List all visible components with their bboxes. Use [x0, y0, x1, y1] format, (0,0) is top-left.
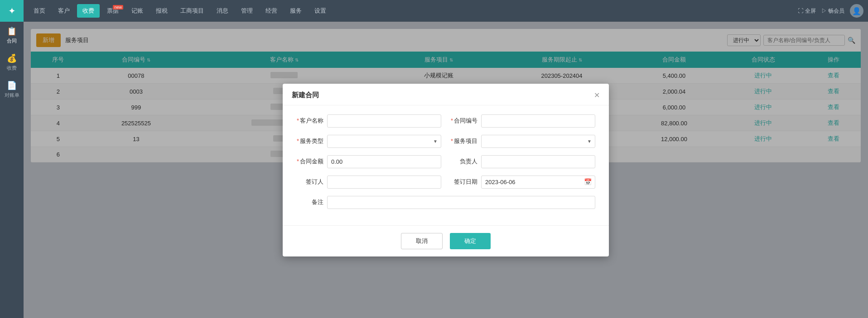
service-type-select[interactable] — [327, 135, 441, 148]
modal-close-button[interactable]: ✕ — [594, 91, 600, 100]
form-row-4: 签订人 签订日期 📅 — [296, 176, 595, 189]
remark-input[interactable] — [327, 196, 595, 209]
sidebar-item-label: 收费 — [7, 65, 17, 71]
required-star: * — [451, 117, 453, 124]
user-avatar[interactable]: 👤 — [850, 4, 863, 18]
client-name-input[interactable] — [327, 114, 441, 128]
sign-date-label: 签订日期 — [450, 178, 477, 186]
modal-footer: 取消 确定 — [283, 225, 609, 256]
contract-no-input[interactable] — [481, 114, 595, 128]
form-group-responsible: 负责人 — [450, 155, 595, 168]
reconciliation-icon: 📄 — [7, 81, 17, 90]
responsible-label: 负责人 — [450, 157, 477, 166]
remark-label: 备注 — [296, 198, 323, 206]
amount-label: *合同金额 — [296, 157, 323, 166]
content-area: 新增 服务项目 进行中 全部 已完成 已终止 🔍 序号 — [24, 22, 868, 318]
collection-icon: 💰 — [7, 53, 17, 63]
service-item-wrapper: ▼ — [481, 135, 595, 148]
confirm-button[interactable]: 确定 — [450, 233, 491, 249]
nav-ticket[interactable]: 票据 new — [101, 4, 124, 18]
nav-manage[interactable]: 管理 — [236, 4, 258, 18]
form-group-remark: 备注 — [296, 196, 595, 209]
signer-label: 签订人 — [296, 178, 323, 186]
sidebar-item-contract[interactable]: 📋 合同 — [0, 22, 24, 49]
nav-settings[interactable]: 设置 — [309, 4, 332, 18]
nav-service[interactable]: 服务 — [285, 4, 307, 18]
modal-header: 新建合同 ✕ — [283, 84, 609, 105]
contract-no-label: *合同编号 — [450, 117, 477, 125]
sidebar-item-collection[interactable]: 💰 收费 — [0, 49, 24, 76]
new-contract-modal: 新建合同 ✕ *客户名称 *合同编号 — [283, 84, 609, 256]
form-group-service-type: *服务类型 ▼ — [296, 135, 441, 148]
sidebar-item-label: 合同 — [7, 38, 17, 44]
form-row-1: *客户名称 *合同编号 — [296, 114, 595, 128]
vip-button[interactable]: ▷ 畅会员 — [821, 7, 844, 15]
form-group-client-name: *客户名称 — [296, 114, 441, 128]
form-group-contract-no: *合同编号 — [450, 114, 595, 128]
service-item-label: *服务项目 — [450, 137, 477, 145]
required-star: * — [297, 117, 299, 124]
nav-operate[interactable]: 经营 — [260, 4, 283, 18]
sidebar-item-reconciliation[interactable]: 📄 对账单 — [0, 76, 24, 103]
service-item-select[interactable] — [481, 135, 595, 148]
topnav-right-area: ⛶ 全屏 ▷ 畅会员 👤 — [798, 4, 863, 18]
modal-overlay: 新建合同 ✕ *客户名称 *合同编号 — [24, 22, 868, 318]
sidebar-item-label: 对账单 — [5, 92, 19, 99]
sign-date-wrapper: 📅 — [481, 176, 595, 189]
app-logo[interactable]: ✦ — [0, 0, 24, 22]
required-star: * — [451, 138, 453, 144]
nav-client[interactable]: 客户 — [53, 4, 75, 18]
new-badge: new — [113, 5, 123, 9]
form-group-signer: 签订人 — [296, 176, 441, 189]
form-group-sign-date: 签订日期 📅 — [450, 176, 595, 189]
modal-body: *客户名称 *合同编号 — [283, 105, 609, 225]
service-type-label: *服务类型 — [296, 137, 323, 145]
required-star: * — [297, 138, 299, 144]
signer-input[interactable] — [327, 176, 441, 189]
client-name-label: *客户名称 — [296, 117, 323, 125]
form-row-2: *服务类型 ▼ *服务项目 — [296, 135, 595, 148]
form-group-amount: *合同金额 — [296, 155, 441, 168]
form-row-5: 备注 — [296, 196, 595, 209]
responsible-person-input[interactable] — [481, 155, 595, 168]
nav-invoice[interactable]: 收费 — [77, 4, 100, 18]
required-star: * — [297, 158, 299, 165]
logo-icon: ✦ — [8, 5, 16, 16]
nav-business[interactable]: 工商项目 — [175, 4, 209, 18]
main-container: 首页 客户 收费 票据 new 记账 报税 工商项目 消息 管理 经营 服务 设… — [24, 0, 868, 318]
modal-title: 新建合同 — [292, 91, 319, 100]
nav-tax[interactable]: 报税 — [150, 4, 173, 18]
nav-home[interactable]: 首页 — [28, 4, 51, 18]
nav-bookkeeping[interactable]: 记账 — [126, 4, 149, 18]
nav-message[interactable]: 消息 — [211, 4, 234, 18]
cancel-button[interactable]: 取消 — [401, 233, 443, 249]
contract-icon: 📋 — [7, 26, 17, 36]
contract-amount-input[interactable] — [327, 155, 441, 168]
service-type-wrapper: ▼ — [327, 135, 441, 148]
sidebar: ✦ 📋 合同 💰 收费 📄 对账单 — [0, 0, 24, 318]
form-row-3: *合同金额 负责人 — [296, 155, 595, 168]
top-navigation: 首页 客户 收费 票据 new 记账 报税 工商项目 消息 管理 经营 服务 设… — [24, 0, 868, 22]
form-group-service-item: *服务项目 ▼ — [450, 135, 595, 148]
fullscreen-button[interactable]: ⛶ 全屏 — [798, 7, 815, 15]
sign-date-input[interactable] — [481, 176, 595, 189]
